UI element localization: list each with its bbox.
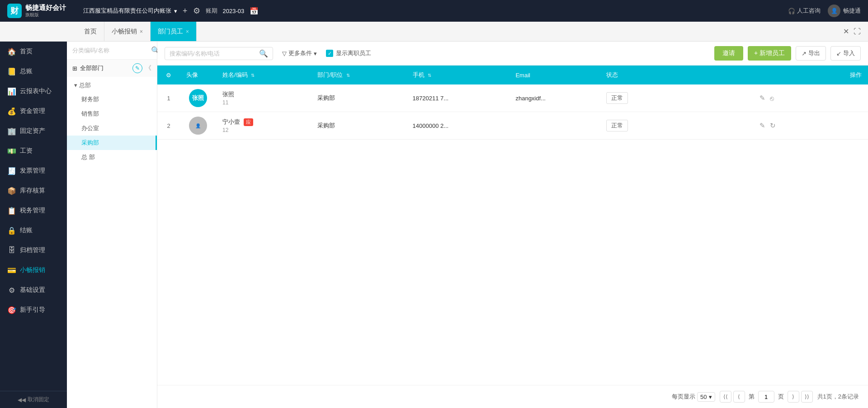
add-icon[interactable]: + bbox=[183, 6, 188, 16]
page-next-button[interactable]: ⟩ bbox=[788, 391, 799, 403]
dept-search-input[interactable] bbox=[72, 47, 148, 54]
support-button[interactable]: 🎧 人工咨询 bbox=[788, 7, 821, 15]
col-name[interactable]: 姓名/编码 ⇅ bbox=[216, 66, 311, 84]
settings-icon[interactable]: ⚙ bbox=[193, 6, 200, 16]
tab-expense[interactable]: 小畅报销 × bbox=[104, 22, 151, 41]
salary-icon: 💵 bbox=[7, 146, 16, 155]
dept-all-text: 全部部门 bbox=[80, 64, 104, 72]
dept-general-label: 总 部 bbox=[81, 154, 95, 160]
nav-close-accounts[interactable]: 🔒 结账 bbox=[0, 220, 67, 240]
user-info[interactable]: 👤 畅捷通 bbox=[828, 5, 861, 17]
nav-ledger[interactable]: 📒 总账 bbox=[0, 61, 67, 81]
page-input[interactable] bbox=[758, 391, 774, 403]
row2-index: 2 bbox=[157, 112, 180, 140]
nav-guide[interactable]: 🎯 新手引导 bbox=[0, 300, 67, 320]
dept-item-general[interactable]: 总 部 bbox=[67, 150, 157, 164]
emp-search-input[interactable] bbox=[170, 50, 256, 57]
invoice-icon: 🧾 bbox=[7, 166, 16, 175]
nav-salary[interactable]: 💵 工资 bbox=[0, 141, 67, 161]
dept-item-sales[interactable]: 销售部 bbox=[67, 107, 157, 121]
toolbar-right: 邀请 + 新增员工 ↗ 导出 ↙ 导入 bbox=[714, 46, 861, 61]
row2-status-badge: 正常 bbox=[606, 120, 628, 131]
tab-dept-emp-close[interactable]: × bbox=[186, 28, 189, 35]
tab-home[interactable]: 首页 bbox=[77, 22, 104, 41]
calendar-icon[interactable]: 📅 bbox=[250, 7, 259, 15]
row2-avatar: 👤 bbox=[189, 117, 207, 135]
split-view: 🔍 ⊞ 全部部门 ✎ 《 ▾ 总部 bbox=[67, 42, 868, 408]
page-last-button[interactable]: ⟩⟩ bbox=[801, 391, 813, 403]
nav-expense[interactable]: 💳 小畅报销 bbox=[0, 260, 67, 280]
row2-actions: ✎ ↻ bbox=[753, 112, 868, 140]
emp-search-icon[interactable]: 🔍 bbox=[259, 49, 268, 58]
emp-table: ⚙ 头像 姓名/编码 ⇅ 部门/职位 ⇅ bbox=[157, 66, 868, 385]
tab-dept-emp[interactable]: 部门员工 × bbox=[151, 22, 197, 41]
import-button[interactable]: ↙ 导入 bbox=[830, 46, 861, 61]
ledger-icon: 📒 bbox=[7, 67, 16, 76]
dept-tree: ▾ 总部 财务部 销售部 办公室 采购部 bbox=[67, 77, 157, 408]
nav-assets[interactable]: 🏢 固定资产 bbox=[0, 121, 67, 141]
nav-funds[interactable]: 💰 资金管理 bbox=[0, 101, 67, 121]
dept-edit-button[interactable]: ✎ bbox=[132, 63, 142, 73]
import-label: 导入 bbox=[843, 49, 855, 57]
nav-settings-label: 基础设置 bbox=[20, 286, 45, 294]
row2-refresh-icon[interactable]: ↻ bbox=[770, 122, 776, 130]
dept-item-office[interactable]: 办公室 bbox=[67, 121, 157, 136]
support-label: 人工咨询 bbox=[797, 7, 821, 15]
per-page-box[interactable]: 50 ▾ bbox=[697, 392, 715, 402]
col-dept-label: 部门/职位 bbox=[317, 71, 343, 78]
dept-all-label[interactable]: ⊞ 全部部门 bbox=[72, 64, 104, 72]
tab-close-window-icon[interactable]: ✕ bbox=[843, 27, 849, 36]
nav-settings[interactable]: ⚙ 基础设置 bbox=[0, 280, 67, 300]
filter-button[interactable]: ▽ 更多条件 ▾ bbox=[278, 47, 321, 59]
row1-avatar: 张照 bbox=[189, 89, 207, 107]
tab-expense-close[interactable]: × bbox=[140, 28, 143, 35]
nav-inventory[interactable]: 📦 库存核算 bbox=[0, 181, 67, 201]
add-employee-button[interactable]: + 新增员工 bbox=[748, 46, 791, 61]
total-info: 共1页，2条记录 bbox=[817, 393, 859, 401]
company-selector[interactable]: 江西服宝精品有限责任公司内账张 ▾ bbox=[83, 7, 177, 15]
settings-nav-icon: ⚙ bbox=[7, 286, 16, 295]
row1-edit-icon[interactable]: ✎ bbox=[760, 94, 765, 102]
row2-edit-icon[interactable]: ✎ bbox=[760, 122, 765, 130]
dept-item-finance[interactable]: 财务部 bbox=[67, 92, 157, 107]
row1-actions: ✎ ⎋ bbox=[753, 84, 868, 112]
row1-avatar-cell: 张照 bbox=[180, 84, 216, 112]
row2-email bbox=[509, 112, 599, 140]
nav-tax[interactable]: 📋 税务管理 bbox=[0, 201, 67, 220]
page-prev-button[interactable]: ⟨ bbox=[733, 391, 745, 403]
export-button[interactable]: ↗ 导出 bbox=[796, 46, 826, 61]
tab-dept-emp-label: 部门员工 bbox=[158, 28, 183, 36]
per-page-selector[interactable]: 每页显示 50 ▾ bbox=[672, 392, 715, 402]
col-settings[interactable]: ⚙ bbox=[157, 66, 180, 84]
cancel-fixed-button[interactable]: ◀◀ 取消固定 bbox=[0, 391, 67, 408]
nav-funds-label: 资金管理 bbox=[20, 107, 45, 115]
row2-avatar-text: 👤 bbox=[195, 123, 201, 128]
col-phone[interactable]: 手机 ⇅ bbox=[406, 66, 509, 84]
logo-area: 财 畅捷通好会计 旗舰版 bbox=[7, 4, 74, 18]
nav-home[interactable]: 🏠 首页 bbox=[0, 42, 67, 61]
user-avatar: 👤 bbox=[828, 5, 840, 17]
dept-root-label: ▾ 总部 bbox=[67, 79, 157, 92]
nav-archive[interactable]: 🗄 归档管理 bbox=[0, 240, 67, 260]
per-page-label: 每页显示 bbox=[672, 393, 695, 401]
left-nav: 🏠 首页 📒 总账 📊 云报表中心 💰 资金管理 🏢 固定资产 💵 工资 🧾 发… bbox=[0, 42, 67, 408]
nav-ledger-label: 总账 bbox=[20, 67, 33, 75]
tab-expand-icon[interactable]: ⛶ bbox=[854, 28, 861, 36]
logo-sub: 旗舰版 bbox=[25, 12, 66, 18]
reports-icon: 📊 bbox=[7, 87, 16, 96]
nav-reports[interactable]: 📊 云报表中心 bbox=[0, 81, 67, 101]
page-suffix: 页 bbox=[776, 393, 786, 401]
invite-button[interactable]: 邀请 bbox=[714, 46, 743, 61]
dept-collapse-icon[interactable]: 《 bbox=[145, 64, 151, 72]
row1-logout-icon[interactable]: ⎋ bbox=[770, 94, 774, 102]
row1-email: zhangxidf... bbox=[509, 84, 599, 112]
nav-invoice[interactable]: 🧾 发票管理 bbox=[0, 161, 67, 181]
nav-reports-label: 云报表中心 bbox=[20, 87, 52, 95]
dept-item-purchase[interactable]: 采购部 bbox=[67, 136, 157, 150]
guide-icon: 🎯 bbox=[7, 305, 16, 314]
col-dept[interactable]: 部门/职位 ⇅ bbox=[311, 66, 406, 84]
export-icon: ↗ bbox=[802, 50, 807, 57]
show-resigned-toggle[interactable]: 显示离职员工 bbox=[326, 49, 371, 57]
page-first-button[interactable]: ⟨⟨ bbox=[720, 391, 731, 403]
show-resigned-checkbox[interactable] bbox=[326, 50, 333, 57]
